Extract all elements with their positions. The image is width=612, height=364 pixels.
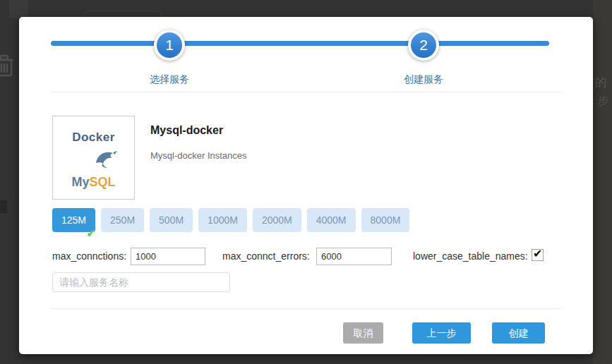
max-connections-input[interactable] — [131, 248, 205, 265]
divider — [51, 308, 561, 309]
wizard-step-1-number: 1 — [157, 32, 182, 58]
memory-option-1000m[interactable]: 1000M — [198, 208, 247, 232]
cancel-button[interactable]: 取消 — [343, 322, 383, 344]
checkmark-icon: ✔ — [533, 247, 542, 260]
wizard-step-1[interactable]: 1 — [154, 30, 185, 61]
max-connect-errors-input[interactable] — [316, 248, 392, 265]
service-name-input[interactable] — [52, 272, 230, 292]
memory-option-500m[interactable]: 500M — [150, 208, 193, 232]
memory-option-2000m[interactable]: 2000M — [253, 208, 301, 232]
selected-check-icon: ✔ — [86, 228, 95, 238]
docker-logo-text: Docker — [53, 131, 134, 145]
wizard-step-2-number: 2 — [411, 32, 436, 58]
service-title: Mysql-docker — [150, 124, 223, 137]
wizard-step-2[interactable]: 2 — [408, 30, 439, 61]
memory-option-4000m[interactable]: 4000M — [307, 208, 356, 232]
docker-mysql-logo: Docker MySQL — [52, 116, 135, 200]
memory-option-125m[interactable]: 125M✔ — [52, 208, 95, 232]
create-service-dialog: 1 2 选择服务 创建服务 Docker MySQL Mysql-docker … — [19, 17, 593, 354]
memory-option-250m[interactable]: 250M — [101, 208, 144, 232]
wizard-progress-bar — [51, 41, 549, 46]
wizard-step-1-label: 选择服务 — [134, 73, 205, 86]
background-patch — [0, 200, 7, 213]
lower-case-table-names-checkbox[interactable]: ✔ — [532, 249, 544, 261]
create-button[interactable]: 创建 — [492, 322, 545, 344]
divider — [51, 92, 561, 92]
max-connect-errors-label: max_connct_errors: — [222, 250, 310, 262]
background-panel — [593, 0, 612, 364]
mysql-dolphin-icon — [94, 149, 118, 171]
background-block — [9, 0, 28, 18]
mysql-logo-my: My — [71, 175, 89, 189]
background-text-fragment: 步 — [597, 94, 608, 109]
max-connections-label: max_connctions: — [52, 250, 126, 262]
memory-options: 125M✔250M500M1000M2000M4000M8000M — [52, 208, 409, 232]
lower-case-table-names-label: lower_case_table_names: — [413, 250, 528, 262]
background-text-fragment: 的 — [595, 75, 606, 90]
mysql-logo-text: MySQL — [53, 175, 134, 190]
trash-icon — [0, 54, 14, 80]
memory-option-8000m[interactable]: 8000M — [361, 208, 410, 232]
mysql-logo-sql: SQL — [90, 175, 116, 189]
wizard-step-2-label: 创建服务 — [388, 73, 459, 86]
previous-step-button[interactable]: 上一步 — [412, 322, 471, 344]
service-subtitle: Mysql-docker Instances — [150, 150, 247, 161]
